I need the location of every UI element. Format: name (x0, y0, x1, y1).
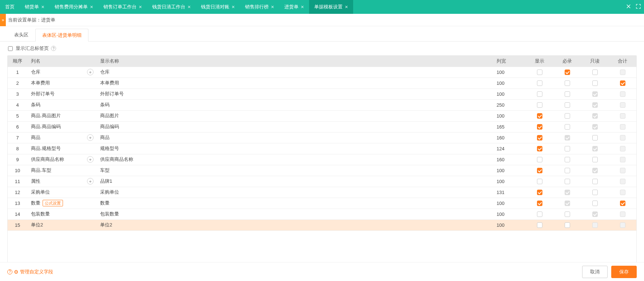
cell-width[interactable]: 100 (493, 110, 526, 121)
sub-tab[interactable]: 表头区 (7, 28, 35, 41)
show-checkbox[interactable] (537, 201, 542, 206)
table-row[interactable]: 10商品.车型车型100 (8, 165, 636, 176)
top-tab[interactable]: 钱货日清对账✕ (196, 0, 240, 14)
table-row[interactable]: 8商品.规格型号规格型号124 (8, 143, 636, 154)
close-icon[interactable]: ✕ (232, 5, 235, 9)
show-checkbox[interactable] (537, 168, 542, 173)
table-row[interactable]: 12采购单位采购单位131 (8, 187, 636, 198)
cell-width[interactable]: 160 (493, 132, 526, 143)
table-row[interactable]: 6商品.商品编码商品编码165 (8, 121, 636, 132)
close-icon[interactable]: ✕ (301, 5, 304, 9)
cell-display-name[interactable]: 数量 (96, 198, 493, 209)
show-checkbox[interactable] (537, 113, 542, 119)
show-checkbox[interactable] (537, 146, 542, 151)
top-tab[interactable]: 钱货日清工作台✕ (147, 0, 196, 14)
cell-width[interactable]: 100 (493, 78, 526, 88)
close-all-icon[interactable] (626, 4, 631, 10)
table-row[interactable]: 7商品+商品160 (8, 132, 636, 143)
show-checkbox[interactable] (537, 135, 542, 140)
cell-width[interactable]: 100 (493, 209, 526, 219)
show-checkbox[interactable] (537, 80, 542, 86)
table-row[interactable]: 9供应商商品名称+供应商商品名称160 (8, 154, 636, 165)
cell-display-name[interactable]: 规格型号 (96, 143, 493, 154)
table-row[interactable]: 4条码条码250 (8, 99, 636, 110)
close-icon[interactable]: ✕ (345, 5, 348, 9)
required-checkbox[interactable] (565, 146, 570, 151)
show-summary-checkbox[interactable] (8, 46, 13, 51)
cell-display-name[interactable]: 商品图片 (96, 110, 493, 121)
cell-width[interactable]: 100 (493, 176, 526, 187)
cell-display-name[interactable]: 本单费用 (96, 78, 493, 88)
top-tab[interactable]: 进货单✕ (279, 0, 309, 14)
table-row[interactable]: 15单位2单位2100 (8, 219, 636, 230)
required-checkbox[interactable] (565, 179, 570, 184)
total-checkbox[interactable] (620, 80, 625, 86)
cell-display-name[interactable]: 外部订单号 (96, 88, 493, 99)
show-checkbox[interactable] (537, 70, 542, 75)
top-tab[interactable]: 销售订单工作台✕ (98, 0, 147, 14)
cell-width[interactable]: 100 (493, 165, 526, 176)
required-checkbox[interactable] (565, 102, 570, 108)
add-icon[interactable]: + (87, 178, 94, 185)
close-icon[interactable]: ✕ (271, 5, 274, 9)
table-row[interactable]: 5商品.商品图片商品图片100 (8, 110, 636, 121)
required-checkbox[interactable] (565, 70, 570, 75)
required-checkbox[interactable] (565, 157, 570, 162)
required-checkbox[interactable] (565, 211, 570, 217)
cell-width[interactable]: 100 (493, 219, 526, 230)
table-row[interactable]: 3外部订单号外部订单号100 (8, 88, 636, 99)
top-tab[interactable]: 销售费用分摊单✕ (50, 0, 98, 14)
expand-icon[interactable]: » (0, 14, 6, 26)
cell-width[interactable]: 131 (493, 187, 526, 198)
required-checkbox[interactable] (565, 91, 570, 97)
required-checkbox[interactable] (565, 80, 570, 86)
formula-tag[interactable]: 公式设置 (43, 200, 63, 206)
readonly-checkbox[interactable] (592, 80, 598, 86)
required-checkbox[interactable] (565, 124, 570, 130)
cell-display-name[interactable]: 商品 (96, 132, 493, 143)
cell-width[interactable]: 100 (493, 88, 526, 99)
cell-display-name[interactable]: 条码 (96, 99, 493, 110)
readonly-checkbox[interactable] (592, 201, 598, 206)
add-icon[interactable]: + (87, 69, 94, 75)
close-icon[interactable]: ✕ (139, 5, 142, 9)
table-row[interactable]: 13数量公式设置数量100 (8, 198, 636, 209)
top-tab[interactable]: 单据模板设置✕ (309, 0, 353, 14)
close-icon[interactable]: ✕ (41, 5, 44, 9)
table-row[interactable]: 14包装数量包装数量100 (8, 209, 636, 219)
required-checkbox[interactable] (565, 222, 570, 228)
cell-width[interactable]: 100 (493, 198, 526, 209)
show-checkbox[interactable] (537, 190, 542, 195)
cell-display-name[interactable]: 仓库 (96, 67, 493, 78)
cell-width[interactable]: 250 (493, 99, 526, 110)
top-tab[interactable]: 销售排行榜✕ (240, 0, 279, 14)
cell-display-name[interactable]: 供应商商品名称 (96, 154, 493, 165)
top-tab[interactable]: 首页 (0, 0, 20, 14)
cell-display-name[interactable]: 品牌1 (96, 176, 493, 187)
fullscreen-icon[interactable] (636, 4, 641, 10)
show-checkbox[interactable] (537, 222, 542, 228)
cell-display-name[interactable]: 采购单位 (96, 187, 493, 198)
show-checkbox[interactable] (537, 102, 542, 108)
add-icon[interactable]: + (87, 156, 94, 163)
cell-display-name[interactable]: 单位2 (96, 219, 493, 230)
required-checkbox[interactable] (565, 168, 570, 173)
cell-width[interactable]: 100 (493, 67, 526, 78)
cell-width[interactable]: 124 (493, 143, 526, 154)
required-checkbox[interactable] (565, 113, 570, 119)
top-tab[interactable]: 销货单✕ (20, 0, 50, 14)
cell-display-name[interactable]: 商品编码 (96, 121, 493, 132)
readonly-checkbox[interactable] (592, 179, 598, 184)
close-icon[interactable]: ✕ (90, 5, 93, 9)
table-row[interactable]: 11属性+品牌1100 (8, 176, 636, 187)
help-icon[interactable]: ? (51, 46, 56, 51)
cell-display-name[interactable]: 车型 (96, 165, 493, 176)
readonly-checkbox[interactable] (592, 70, 598, 75)
table-scroll[interactable]: 顺序 列名 显示名称 列宽 显示 必录 只读 合计 1仓库+仓库1002本单费用… (7, 55, 637, 264)
table-row[interactable]: 2本单费用本单费用100 (8, 78, 636, 88)
cell-width[interactable]: 160 (493, 154, 526, 165)
show-checkbox[interactable] (537, 157, 542, 162)
add-icon[interactable]: + (87, 134, 94, 141)
close-icon[interactable]: ✕ (187, 5, 191, 9)
table-row[interactable]: 1仓库+仓库100 (8, 67, 636, 78)
